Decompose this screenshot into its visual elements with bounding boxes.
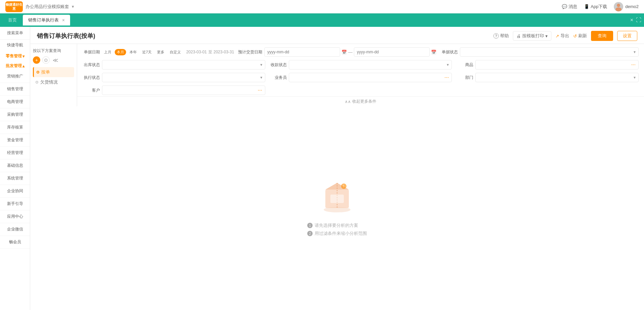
top-bar: 畅捷通好生意 办公用品行业模拟账套 ▾ 💬 消息 📱 App下载 demo2 (0, 0, 644, 13)
date-shortcut-more[interactable]: 更多 (155, 49, 166, 55)
sidebar-item-wechat[interactable]: 企业微信 (0, 223, 30, 236)
combined-filter-rows: 单据日期 上月 本月 本年 近7天 更多 自定义 2023-03-01 (77, 44, 644, 96)
refresh-btn[interactable]: ↺ 刷新 (573, 33, 587, 39)
doc-status-select[interactable]: ▾ (460, 47, 639, 57)
filter-option-by-debt-label: 欠货情况 (40, 79, 58, 85)
filter-option-by-order[interactable]: 按单 (33, 67, 74, 77)
copy-scheme-btn[interactable]: ⊙ (42, 56, 50, 64)
empty-tip-2: 2 用过滤条件来缩小分析范围 (307, 230, 367, 237)
doc-status-chevron: ▾ (634, 50, 636, 54)
sidebar-item-system[interactable]: 系统管理 (0, 172, 30, 185)
date-shortcut-custom[interactable]: 自定义 (168, 49, 183, 55)
doc-status-field: 单据状态 ▾ (440, 47, 639, 57)
sidebar-item-sales[interactable]: 销售管理 (0, 83, 30, 96)
empty-tip-1: 1 请先选择要分析的方案 (307, 222, 367, 228)
sidebar-item-retail[interactable]: 零售管理 ▾ (0, 51, 30, 60)
expected-date-end-input[interactable] (354, 47, 430, 57)
svg-point-7 (341, 184, 346, 189)
message-btn[interactable]: 💬 消息 (562, 4, 577, 10)
refresh-label: 刷新 (578, 33, 587, 39)
sidebar-item-marketing[interactable]: 营销推广 (0, 70, 30, 83)
top-bar-left: 畅捷通好生意 办公用品行业模拟账套 ▾ (5, 1, 74, 12)
tab-bar-right: × ⛶ (630, 17, 641, 23)
exec-status-chevron: ▾ (260, 75, 262, 80)
page-header: 销售订单执行表(按单) ? 帮助 🖨 按模板打印 ▾ ↗ 导出 ↺ 刷新 (30, 27, 644, 44)
sidebar-item-inventory[interactable]: 库存核算 (0, 121, 30, 134)
top-title: 办公用品行业模拟账套 (25, 4, 69, 10)
collection-status-chevron: ▾ (447, 62, 449, 67)
setting-button[interactable]: 设置 (617, 31, 637, 41)
date-shortcut-7days[interactable]: 近7天 (140, 49, 154, 55)
sidebar-item-member[interactable]: 畅会员 (0, 236, 30, 249)
help-btn[interactable]: ? 帮助 (493, 33, 509, 39)
ship-status-select[interactable]: ▾ (102, 60, 265, 69)
customer-select[interactable]: ··· (102, 86, 265, 95)
search-button[interactable]: 查询 (591, 31, 613, 41)
customer-dots-icon: ··· (258, 87, 262, 93)
collapse-sidebar-btn[interactable]: ≪ (52, 56, 59, 64)
collapse-label: 收起更多条件 (352, 99, 376, 104)
date-shortcuts-group: 上月 本月 本年 近7天 更多 自定义 (102, 49, 183, 55)
export-btn[interactable]: ↗ 导出 (555, 33, 569, 39)
user-area[interactable]: demo2 (614, 2, 639, 11)
doc-date-label: 单据日期 (83, 49, 100, 55)
add-scheme-btn[interactable]: + (33, 56, 40, 64)
top-title-dropdown[interactable]: ▾ (72, 4, 74, 9)
goods-select[interactable]: ··· (475, 60, 639, 69)
sidebar-item-purchase[interactable]: 采购管理 (0, 108, 30, 121)
goods-field: 商品 ··· (456, 60, 639, 69)
tab-bar-close-btn[interactable]: × (630, 17, 633, 23)
date-range-dash: — (348, 50, 353, 55)
empty-state: ! 1 请先选择要分析的方案 2 用过滤条件来缩小分析范围 (30, 106, 644, 310)
sidebar-item-wholesale[interactable]: 批发管理 ▴ (0, 60, 30, 70)
sidebar-nav[interactable]: 快捷导航 (0, 40, 30, 51)
export-label: 导出 (560, 33, 569, 39)
customer-label: 客户 (83, 88, 100, 93)
department-select[interactable]: ▾ (475, 73, 639, 82)
logo-text: 畅捷通好生意 (5, 3, 23, 11)
sidebar-item-enterprise[interactable]: 企业协同 (0, 185, 30, 198)
print-btn[interactable]: 🖨 按模板打印 ▾ (513, 31, 551, 41)
sidebar-item-operation[interactable]: 经营管理 (0, 147, 30, 159)
empty-box-svg: ! (317, 178, 357, 215)
print-label: 按模板打印 (522, 33, 544, 39)
filter-row-3: 执行状态 ▾ 业务员 ··· (83, 73, 639, 82)
svg-text:!: ! (343, 185, 344, 188)
sidebar-item-basic[interactable]: 基础信息 (0, 159, 30, 172)
refresh-icon: ↺ (573, 34, 577, 39)
tab-bar-expand-btn[interactable]: ⛶ (636, 17, 641, 23)
tab-close-icon[interactable]: × (62, 17, 65, 23)
salesperson-select[interactable]: ··· (289, 73, 452, 82)
help-icon: ? (493, 33, 499, 39)
collection-status-label: 收款状态 (269, 62, 287, 68)
filter-option-by-debt[interactable]: 欠货情况 (33, 77, 74, 87)
calendar-icon-start: 📅 (341, 50, 347, 55)
date-shortcut-thismonth[interactable]: 本月 (115, 49, 126, 55)
message-icon: 💬 (562, 4, 567, 9)
sidebar-item-appstore[interactable]: 应用中心 (0, 210, 30, 223)
expected-date-label: 预计交货日期 (238, 49, 262, 55)
tip-text-1: 请先选择要分析的方案 (315, 222, 358, 228)
app-download-btn[interactable]: 📱 App下载 (584, 4, 607, 10)
date-shortcut-thisyear[interactable]: 本年 (127, 49, 139, 55)
expected-date-start-input[interactable] (264, 47, 340, 57)
calendar-icon-end: 📅 (431, 50, 436, 55)
filter-row-4: 客户 ··· (83, 86, 639, 95)
sidebar-item-newbie[interactable]: 新手引导 (0, 198, 30, 210)
sidebar-item-finance[interactable]: 资金管理 (0, 134, 30, 147)
expected-date-range: 📅 — 📅 (264, 47, 436, 57)
filter-row-1: 单据日期 上月 本月 本年 近7天 更多 自定义 2023-03-01 (83, 47, 639, 57)
ship-status-chevron: ▾ (260, 62, 262, 67)
exec-status-select[interactable]: ▾ (102, 73, 265, 82)
tip-text-2: 用过滤条件来缩小分析范围 (315, 230, 367, 237)
collapse-icon: ∧∧ (345, 99, 351, 104)
collapse-row[interactable]: ∧∧ 收起更多条件 (77, 96, 644, 106)
sidebar-item-ecommerce[interactable]: 电商管理 (0, 96, 30, 108)
sidebar-search[interactable]: 搜索菜单 (0, 27, 30, 40)
date-shortcut-lastmonth[interactable]: 上月 (102, 49, 113, 55)
page-title: 销售订单执行表(按单) (37, 32, 95, 40)
tab-sales-exec[interactable]: 销售订单执行表 × (23, 15, 70, 25)
collection-status-select[interactable]: ▾ (289, 60, 452, 69)
tab-home[interactable]: 首页 (3, 15, 22, 25)
tab-home-label: 首页 (8, 17, 17, 23)
